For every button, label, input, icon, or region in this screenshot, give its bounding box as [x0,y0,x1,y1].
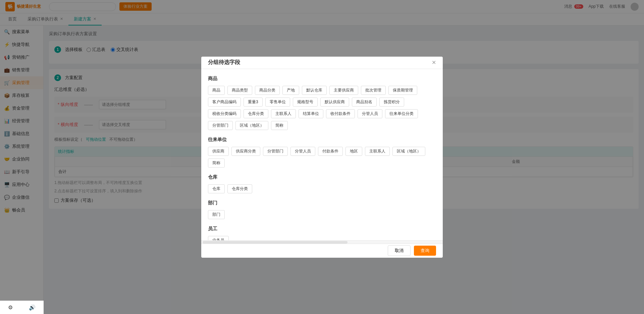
field-tag[interactable]: 产地 [282,86,299,95]
field-tag[interactable]: 拣货积分 [379,98,404,107]
warehouse-field-tags: 仓库 仓库分类 [208,184,436,193]
field-tag[interactable]: 主要供应商 [329,86,358,95]
section-product: 商品 商品 商品类型 商品分类 产地 默认仓库 主要供应商 批次管理 保质期管理… [208,76,436,130]
field-tag[interactable]: 付款条件 [318,147,343,156]
field-tag[interactable]: 主联系人 [365,147,390,156]
field-tag[interactable]: 默认仓库 [302,86,327,95]
section-warehouse-title: 仓库 [208,174,436,180]
modal-body: 商品 商品 商品类型 商品分类 产地 默认仓库 主要供应商 批次管理 保质期管理… [201,69,443,240]
field-tag[interactable]: 默认供应商 [320,98,349,107]
field-tag[interactable]: 分管部门 [208,121,233,130]
field-tag[interactable]: 地区 [345,147,362,156]
confirm-button[interactable]: 查询 [414,246,436,256]
section-product-title: 商品 [208,76,436,82]
modal-header: 分组待选字段 ✕ [201,57,443,69]
field-select-modal: 分组待选字段 ✕ 商品 商品 商品类型 商品分类 产地 默认仓库 主要供应商 批… [201,57,443,258]
product-field-tags: 商品 商品类型 商品分类 产地 默认仓库 主要供应商 批次管理 保质期管理 客户… [208,86,436,130]
field-tag[interactable]: 区域（地区） [235,121,268,130]
field-tag[interactable]: 分管人员 [358,109,382,118]
department-field-tags: 部门 [208,210,436,219]
field-tag[interactable]: 商品类型 [227,86,252,95]
modal-title: 分组待选字段 [208,59,240,66]
field-tag[interactable]: 简称 [271,121,288,130]
field-tag[interactable]: 商品别名 [352,98,377,107]
field-tag[interactable]: 主联系人 [271,109,296,118]
modal-close-button[interactable]: ✕ [432,59,436,66]
modal-overlay: 分组待选字段 ✕ 商品 商品 商品类型 商品分类 产地 默认仓库 主要供应商 批… [0,0,644,314]
field-tag[interactable]: 保质期管理 [388,86,417,95]
field-tag[interactable]: 部门 [208,210,225,219]
section-department-title: 部门 [208,200,436,206]
field-tag[interactable]: 批次管理 [361,86,386,95]
field-tag[interactable]: 供应商分类 [231,147,260,156]
audio-icon[interactable]: 🔊 [29,304,36,311]
section-department: 部门 部门 [208,200,436,219]
field-tag[interactable]: 规格型号 [293,98,318,107]
field-tag[interactable]: 简称 [208,159,225,168]
field-tag[interactable]: 仓库分类 [244,109,268,118]
section-employee-title: 员工 [208,226,436,232]
field-tag[interactable]: 仓库分类 [227,184,252,193]
section-partner: 往来单位 供应商 供应商分类 分管部门 分管人员 付款条件 地区 主联系人 区域… [208,137,436,168]
modal-horizontal-scrollbar[interactable] [201,240,443,244]
section-employee: 员工 业务员 [208,226,436,240]
field-tag[interactable]: 商品分类 [255,86,280,95]
section-partner-title: 往来单位 [208,137,436,143]
settings-icon[interactable]: ⚙ [8,304,13,311]
field-tag[interactable]: 分管部门 [263,147,288,156]
field-tag[interactable]: 供应商 [208,147,229,156]
field-tag[interactable]: 区域（地区） [392,147,425,156]
field-tag[interactable]: 仓库 [208,184,225,193]
field-tag[interactable]: 收付款条件 [326,109,355,118]
modal-footer: 取消 查询 [201,244,443,258]
cancel-button[interactable]: 取消 [388,245,411,256]
section-warehouse: 仓库 仓库 仓库分类 [208,174,436,193]
field-tag[interactable]: 结算单位 [299,109,323,118]
bottom-bar: ⚙ 🔊 [0,301,44,314]
field-tag[interactable]: 商品 [208,86,225,95]
employee-field-tags: 业务员 [208,236,436,240]
field-tag[interactable]: 业务员 [208,236,229,240]
field-tag[interactable]: 分管人员 [290,147,315,156]
field-tag[interactable]: 客户商品编码 [208,98,241,107]
field-tag[interactable]: 往来单位分类 [385,109,418,118]
field-tag[interactable]: 零售单位 [265,98,290,107]
field-tag[interactable]: 重量3 [244,98,263,107]
field-tag[interactable]: 税收分类编码 [208,109,241,118]
partner-field-tags: 供应商 供应商分类 分管部门 分管人员 付款条件 地区 主联系人 区域（地区） … [208,147,436,168]
